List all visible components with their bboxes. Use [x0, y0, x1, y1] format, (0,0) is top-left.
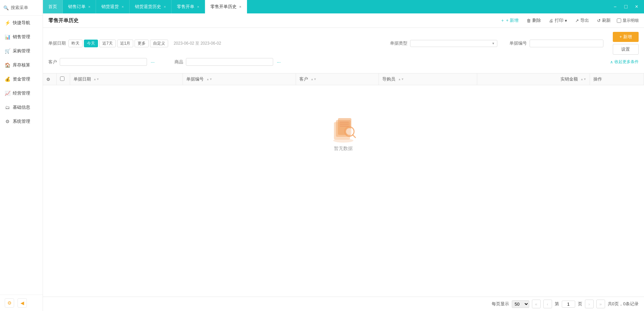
tab-close-retail-history[interactable]: × [239, 5, 241, 9]
display-detail-checkbox[interactable] [617, 18, 621, 23]
tab-label-retail-open: 零售开单 [177, 4, 194, 10]
tab-sales-return[interactable]: 销货退货× [96, 0, 129, 13]
sidebar-item-label: 快捷导航 [13, 20, 30, 26]
first-page-button[interactable]: « [532, 300, 541, 308]
last-page-button[interactable]: » [596, 300, 605, 308]
th-amount-label: 实销金额 [560, 76, 578, 82]
page-number-input[interactable] [562, 301, 575, 308]
toolbar-actions: ＋ + 新增 🗑 删除 🖨 打印 ▾ ↗ 导出 ↺ 刷新 显示 [498, 16, 639, 25]
query-button[interactable]: + 新增 [613, 32, 639, 42]
sidebar-item-xitong[interactable]: ⚙系统管理 [0, 114, 43, 128]
th-date-sort-icon[interactable]: ▲▼ [93, 78, 99, 81]
th-number-sort-icon[interactable]: ▲▼ [206, 78, 212, 81]
th-settings[interactable]: ⚙ [43, 73, 56, 85]
tab-home[interactable]: 首页 [43, 0, 63, 13]
date-btn-今天[interactable]: 今天 [84, 40, 98, 47]
sidebar-search[interactable]: 🔍 搜索采单 [0, 0, 43, 16]
delete-label: 删除 [532, 17, 541, 23]
page-title: 零售开单历史 [48, 17, 79, 24]
print-arrow-icon: ▾ [565, 18, 567, 23]
table-header: ⚙ 单据日期 ▲▼ 单据编号 ▲▼ 客户 ▲▼ [43, 73, 644, 85]
date-label: 单据日期 [48, 40, 66, 46]
date-buttons: 昨天今天近7天近1月更多自定义 [68, 40, 168, 47]
sidebar-item-zijin[interactable]: 💰资金管理 [0, 72, 43, 86]
date-btn-昨天[interactable]: 昨天 [68, 40, 83, 47]
sidebar-bottom: ⚙ ◀ [0, 295, 43, 311]
collapse-label: 收起更多条件 [614, 59, 639, 65]
select-all-checkbox[interactable] [60, 76, 64, 81]
data-table: ⚙ 单据日期 ▲▼ 单据编号 ▲▼ 客户 ▲▼ [43, 73, 644, 178]
sidebar-menu: ⚡快捷导航📊销售管理🛒采购管理🏠库存核算💰资金管理📈经营管理🗂基础信息⚙系统管理 [0, 16, 43, 295]
refresh-button[interactable]: ↺ 刷新 [595, 16, 613, 25]
sidebar-item-kuaijie[interactable]: ⚡快捷导航 [0, 16, 43, 30]
tab-label-retail-history: 零售开单历史 [210, 4, 237, 10]
page-label: 第 [555, 301, 559, 307]
pagination-bar: 每页显示 50 10 20 100 « ‹ 第 页 › » 共0页，0条记录 [43, 297, 644, 311]
type-field: 单据类型 ▾ [390, 40, 497, 47]
settings-icon: ⚙ [46, 77, 50, 82]
tab-sales-return-history[interactable]: 销货退货历史× [130, 0, 171, 13]
type-label: 单据类型 [390, 40, 407, 46]
th-salesperson-sort-icon[interactable]: ▲▼ [398, 78, 404, 81]
sidebar-item-label: 销售管理 [13, 34, 30, 40]
th-customer-sort-icon[interactable]: ▲▼ [310, 78, 316, 81]
empty-state: 暂无数据 [43, 85, 644, 178]
date-btn-近1月[interactable]: 近1月 [117, 40, 134, 47]
tab-close-sales-order[interactable]: × [88, 5, 90, 9]
sidebar-item-caigou[interactable]: 🛒采购管理 [0, 44, 43, 58]
zijin-icon: 💰 [5, 76, 10, 82]
main-content: 首页销售订单×销货退货×销货退货历史×零售开单×零售开单历史× － □ × 零售… [43, 0, 644, 311]
date-btn-更多[interactable]: 更多 [135, 40, 149, 47]
tab-close-sales-return-history[interactable]: × [164, 5, 166, 9]
date-btn-近7天[interactable]: 近7天 [99, 40, 116, 47]
sidebar-item-label: 采购管理 [13, 48, 30, 54]
kuaijie-icon: ⚡ [5, 20, 10, 25]
display-detail-toggle[interactable]: 显示明细 [617, 18, 639, 23]
close-button[interactable]: × [633, 3, 641, 11]
customer-dots-button[interactable]: ··· [150, 58, 156, 66]
customer-input[interactable] [60, 58, 147, 66]
th-checkbox[interactable] [56, 73, 70, 85]
print-button[interactable]: 🖨 打印 ▾ [547, 16, 569, 25]
tab-label-sales-order: 销售订单 [68, 4, 86, 10]
collapse-button[interactable]: ∧ 收起更多条件 [610, 59, 639, 65]
sidebar-item-kucun[interactable]: 🏠库存核算 [0, 58, 43, 72]
tab-retail-open[interactable]: 零售开单× [171, 0, 205, 13]
settings-button[interactable]: 设置 [613, 44, 639, 55]
number-field: 单据编号 [509, 40, 603, 47]
empty-state-row: 暂无数据 [43, 85, 644, 179]
th-number: 单据编号 ▲▼ [183, 73, 296, 85]
th-amount-sort-icon[interactable]: ▲▼ [580, 78, 586, 81]
total-info: 共0页，0条记录 [608, 301, 639, 307]
tab-retail-history[interactable]: 零售开单历史× [205, 0, 247, 13]
per-page-select[interactable]: 50 10 20 100 [512, 300, 529, 308]
add-icon: ＋ [500, 17, 505, 23]
number-input[interactable] [530, 40, 603, 47]
tab-sales-order[interactable]: 销售订单× [63, 0, 96, 13]
tab-close-retail-open[interactable]: × [197, 5, 199, 9]
maximize-button[interactable]: □ [622, 3, 630, 11]
number-label: 单据编号 [509, 40, 527, 46]
tab-close-sales-return[interactable]: × [121, 5, 123, 9]
prev-page-button[interactable]: ‹ [543, 300, 552, 308]
export-button[interactable]: ↗ 导出 [573, 16, 591, 25]
sidebar-item-jichu[interactable]: 🗂基础信息 [0, 100, 43, 114]
per-page-label: 每页显示 [492, 301, 509, 307]
collapse-sidebar-icon[interactable]: ◀ [17, 298, 27, 308]
sidebar-item-xiaoshou[interactable]: 📊销售管理 [0, 30, 43, 44]
search-row-1: 单据日期 昨天今天近7天近1月更多自定义 2023-06-02 至 2023-0… [48, 32, 639, 55]
date-btn-自定义[interactable]: 自定义 [150, 40, 168, 47]
th-customer: 客户 ▲▼ [296, 73, 379, 85]
settings-bottom-icon[interactable]: ⚙ [5, 298, 14, 308]
minimize-button[interactable]: － [611, 3, 619, 11]
sidebar-item-label: 经营管理 [13, 90, 30, 96]
delete-button[interactable]: 🗑 删除 [525, 16, 543, 25]
goods-input[interactable] [186, 58, 273, 66]
add-button[interactable]: ＋ + 新增 [498, 16, 521, 25]
goods-dots-button[interactable]: ··· [276, 58, 282, 66]
sidebar-item-jingying[interactable]: 📈经营管理 [0, 86, 43, 100]
next-page-button[interactable]: › [585, 300, 594, 308]
type-select[interactable]: ▾ [410, 40, 497, 47]
xitong-icon: ⚙ [5, 119, 10, 124]
toolbar: 零售开单历史 ＋ + 新增 🗑 删除 🖨 打印 ▾ ↗ 导出 ↺ 刷新 [43, 13, 644, 28]
